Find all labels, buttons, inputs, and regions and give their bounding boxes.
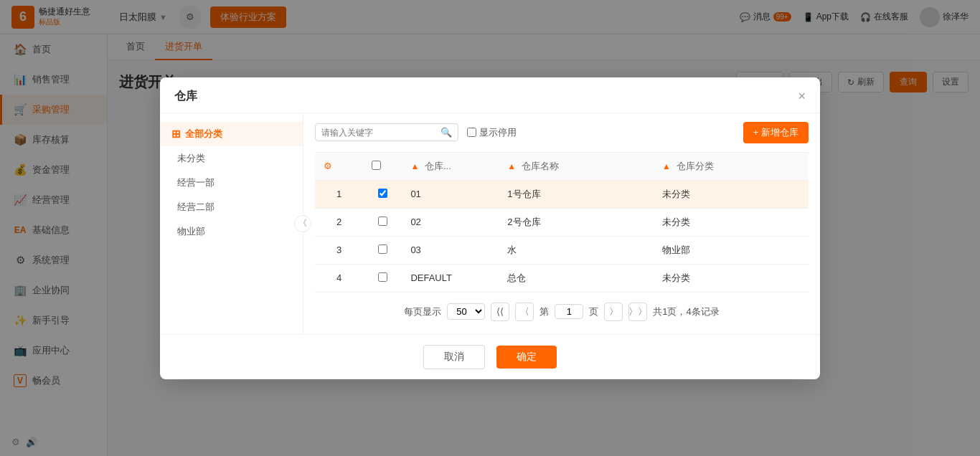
- modal-close-button[interactable]: ×: [798, 89, 806, 104]
- confirm-button[interactable]: 确定: [496, 346, 557, 369]
- page-first-button[interactable]: ⟨⟨: [491, 303, 509, 321]
- sort-icon-cat: ▲: [662, 161, 671, 171]
- cell-category-3: 物业部: [654, 236, 809, 264]
- col-header-code: ▲ 仓库...: [402, 152, 499, 180]
- page-next-button[interactable]: 〉: [604, 303, 623, 321]
- table-row[interactable]: 3 03 水 物业部: [315, 236, 809, 264]
- row-checkbox-1[interactable]: [378, 189, 387, 198]
- all-category-item[interactable]: ⊞ 全部分类: [160, 122, 303, 146]
- modal-header: 仓库 ×: [160, 77, 820, 113]
- cell-index-1: 1: [315, 180, 363, 208]
- category-item-unclassified[interactable]: 未分类: [160, 146, 303, 171]
- cell-code-2: 02: [402, 208, 499, 236]
- cell-index-3: 3: [315, 236, 363, 264]
- col-header-index: ⚙: [315, 152, 363, 180]
- cell-name-4: 总仓: [499, 264, 654, 292]
- table-row[interactable]: 1 01 1号仓库 未分类: [315, 180, 809, 208]
- cell-name-2: 2号仓库: [499, 208, 654, 236]
- table-header: ⚙ ▲ 仓库... ▲: [315, 152, 809, 180]
- page-prev-button[interactable]: 〈: [515, 303, 534, 321]
- col-header-category: ▲ 仓库分类: [654, 152, 809, 180]
- sort-icon-name: ▲: [507, 161, 516, 171]
- collapse-panel-button[interactable]: 《: [294, 215, 311, 232]
- pagination-bar: 每页显示 50 ⟨⟨ 〈 第 页 〉 〉〉 共1页，4条记录: [315, 293, 809, 326]
- cell-index-2: 2: [315, 208, 363, 236]
- cell-cb-1[interactable]: [363, 180, 402, 208]
- sort-icon-code: ▲: [410, 161, 419, 171]
- modal-overlay: 仓库 × ⊞ 全部分类 未分类 经营一部 经营二部 物业部 《: [0, 0, 980, 456]
- select-all-checkbox[interactable]: [372, 161, 381, 170]
- cell-category-1: 未分类: [654, 180, 809, 208]
- add-warehouse-button[interactable]: + 新增仓库: [743, 122, 809, 143]
- col-header-name: ▲ 仓库名称: [499, 152, 654, 180]
- category-item-property[interactable]: 物业部: [160, 219, 303, 244]
- page-number-input[interactable]: [555, 304, 583, 319]
- cancel-button[interactable]: 取消: [423, 345, 485, 369]
- cell-index-4: 4: [315, 264, 363, 292]
- cell-code-4: DEFAULT: [402, 264, 499, 292]
- cell-cb-4[interactable]: [363, 264, 402, 292]
- search-input-wrap[interactable]: 🔍: [315, 123, 458, 141]
- cell-name-1: 1号仓库: [499, 180, 654, 208]
- page-last-button[interactable]: 〉〉: [628, 303, 647, 321]
- warehouse-modal: 仓库 × ⊞ 全部分类 未分类 经营一部 经营二部 物业部 《: [160, 77, 820, 379]
- cell-code-3: 03: [402, 236, 499, 264]
- modal-title: 仓库: [174, 89, 197, 104]
- row-checkbox-3[interactable]: [378, 244, 387, 254]
- table-container: ⚙ ▲ 仓库... ▲: [315, 152, 809, 293]
- show-disabled-checkbox[interactable]: [467, 128, 476, 137]
- search-input[interactable]: [321, 128, 440, 138]
- table-panel: 🔍 显示停用 + 新增仓库 ⚙: [303, 113, 820, 334]
- cell-cb-2[interactable]: [363, 208, 402, 236]
- row-checkbox-2[interactable]: [378, 217, 387, 226]
- table-toolbar: 🔍 显示停用 + 新增仓库: [315, 122, 809, 143]
- category-panel: ⊞ 全部分类 未分类 经营一部 经营二部 物业部 《: [160, 113, 303, 334]
- category-item-ops1[interactable]: 经营一部: [160, 171, 303, 195]
- warehouse-table: ⚙ ▲ 仓库... ▲: [315, 152, 809, 293]
- show-disabled-toggle[interactable]: 显示停用: [467, 126, 517, 139]
- settings-icon: ⚙: [324, 161, 332, 171]
- cell-category-2: 未分类: [654, 208, 809, 236]
- cell-code-1: 01: [402, 180, 499, 208]
- page-size-select[interactable]: 50: [447, 303, 485, 320]
- header-row: ⚙ ▲ 仓库... ▲: [315, 152, 809, 180]
- category-item-ops2[interactable]: 经营二部: [160, 195, 303, 219]
- row-checkbox-4[interactable]: [378, 272, 387, 282]
- grid-icon: ⊞: [171, 128, 181, 141]
- modal-footer: 取消 确定: [160, 334, 820, 379]
- cell-category-4: 未分类: [654, 264, 809, 292]
- search-icon[interactable]: 🔍: [440, 127, 452, 138]
- cell-cb-3[interactable]: [363, 236, 402, 264]
- col-header-cb: [363, 152, 402, 180]
- cell-name-3: 水: [499, 236, 654, 264]
- table-row[interactable]: 4 DEFAULT 总仓 未分类: [315, 264, 809, 292]
- modal-body: ⊞ 全部分类 未分类 经营一部 经营二部 物业部 《 🔍: [160, 113, 820, 334]
- table-row[interactable]: 2 02 2号仓库 未分类: [315, 208, 809, 236]
- table-body: 1 01 1号仓库 未分类 2 02 2号仓库: [315, 180, 809, 292]
